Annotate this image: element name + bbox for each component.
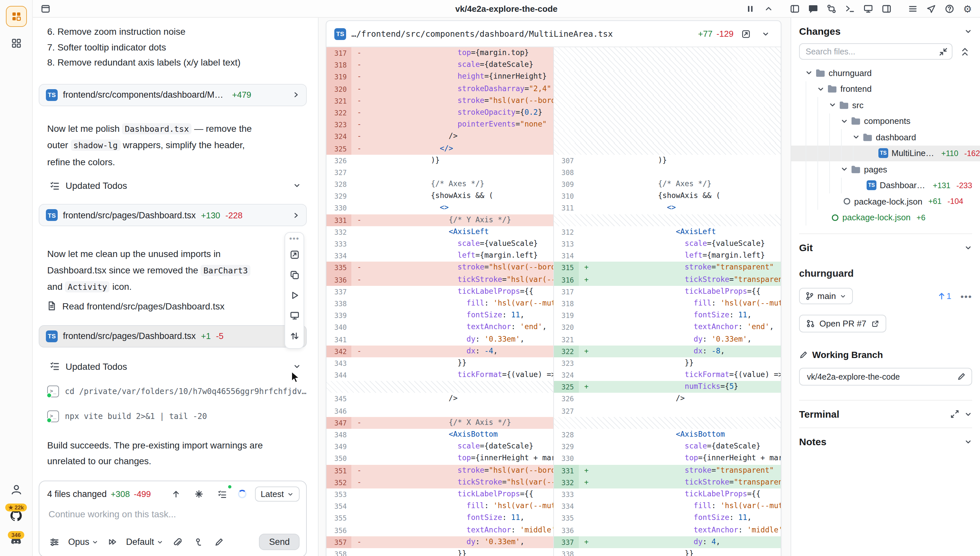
run-icon[interactable] <box>287 288 302 302</box>
github-link[interactable]: ★22k <box>5 504 27 525</box>
diff-line: 312 <AxisLeft <box>554 226 781 238</box>
copy-icon[interactable] <box>287 268 302 282</box>
hooks-icon[interactable] <box>191 535 205 549</box>
tree-row-package-lock-json[interactable]: package-lock.json+61-104 <box>799 194 972 210</box>
chevron-down-icon <box>964 27 972 35</box>
read-file-row[interactable]: Read frontend/src/pages/Dashboard.tsx <box>47 297 307 314</box>
account-icon[interactable] <box>9 483 23 497</box>
changes-section-header[interactable]: Changes <box>799 18 972 42</box>
diff-line: 354 fill: 'hsl(var(--muted-foreground))'… <box>326 500 554 512</box>
more-options-icon[interactable]: ••• <box>961 291 972 301</box>
more-options-icon[interactable]: ••• <box>289 236 299 241</box>
search-box[interactable] <box>799 43 953 60</box>
diff-line: 351- stroke="hsl(var(--border))" <box>326 464 554 476</box>
tree-row-dashboard-tsx[interactable]: TSDashboard.tsx+131-233 <box>799 177 972 194</box>
diff-line: 307 )} <box>554 154 781 166</box>
diff-line: 337+ dy: 4, <box>554 536 781 548</box>
tree-row-frontend[interactable]: frontend <box>799 81 972 97</box>
updated-todos-row[interactable]: Updated Todos <box>39 356 307 376</box>
chat-scroll[interactable]: 6. Remove zoom instruction noise 7. Soft… <box>33 18 318 556</box>
updated-todos-row[interactable]: Updated Todos <box>39 176 307 196</box>
indent-guide <box>829 177 838 194</box>
tune-icon[interactable] <box>47 535 61 549</box>
diff-line <box>326 381 554 393</box>
tree-row-multilinearea-tsx[interactable]: TSMultiLineArea.tsx+110-162 <box>791 145 980 161</box>
diff-line: 320 textAnchor: 'end', <box>554 322 781 333</box>
pause-icon[interactable] <box>743 1 757 16</box>
tree-row-dashboard[interactable]: dashboard <box>799 129 972 145</box>
chevron-down-icon <box>806 70 812 76</box>
swap-compare-icon[interactable] <box>287 328 302 343</box>
model-dropdown[interactable]: Opus <box>68 537 98 547</box>
send-button[interactable]: Send <box>259 534 300 550</box>
tree-row-churnguard[interactable]: churnguard <box>799 65 972 81</box>
git-compare-icon[interactable] <box>824 1 838 16</box>
share-icon[interactable] <box>923 1 938 16</box>
git-branch-icon <box>806 292 814 300</box>
panel-left-icon[interactable] <box>787 1 802 16</box>
display-icon[interactable] <box>287 308 302 323</box>
notes-section-header[interactable]: Notes <box>799 427 972 453</box>
chevron-down-icon[interactable] <box>759 27 773 41</box>
todo-item: 6. Remove zoom instruction noise <box>47 24 307 40</box>
edit-pencil-icon[interactable] <box>957 372 965 381</box>
git-section-header[interactable]: Git <box>799 233 972 258</box>
scroll-up-icon[interactable] <box>169 487 183 501</box>
working-branch-input[interactable] <box>806 372 953 382</box>
indent-guide <box>817 113 826 129</box>
file-change-chip[interactable]: TS frontend/src/pages/Dashboard.tsx +130… <box>39 204 307 226</box>
working-branch-field[interactable] <box>799 368 972 386</box>
window-icon[interactable] <box>38 1 52 16</box>
chevron-down-icon[interactable] <box>964 410 972 418</box>
fast-forward-icon[interactable] <box>105 535 119 549</box>
new-task-icon[interactable] <box>192 487 206 501</box>
tree-row-package-lock-json[interactable]: package-lock.json+6 <box>799 210 972 226</box>
diff-line: 339 fontSize: 11, <box>326 309 554 321</box>
settings-gear-icon[interactable]: ⚙ <box>960 1 975 16</box>
tree-row-components[interactable]: components <box>799 113 972 129</box>
diff-line: 346 <box>326 405 554 417</box>
terminal-command-row[interactable]: >_ cd /private/var/folders/10/h7w0q46556… <box>47 381 307 401</box>
workspaces-grid-icon[interactable] <box>9 36 23 50</box>
pen-icon[interactable] <box>212 535 226 549</box>
file-change-chip[interactable]: TS frontend/src/pages/Dashboard.tsx +1 -… <box>39 325 307 347</box>
diff-line: 317- top={margin.top} <box>326 47 554 59</box>
assistant-message: Now let me polish Dashboard.tsx — remove… <box>47 120 307 170</box>
todos-updated-icon[interactable] <box>215 487 229 501</box>
branch-selector[interactable]: main <box>799 288 853 304</box>
attach-icon[interactable] <box>170 535 184 549</box>
collapse-all-icon[interactable] <box>958 44 972 59</box>
composer-controls: Opus Default Send <box>39 531 306 556</box>
display-icon[interactable] <box>861 1 875 16</box>
terminal-command-row[interactable]: >_ npx vite build 2>&1 | tail -20 <box>47 406 307 426</box>
files-changed-label[interactable]: 4 files changed <box>47 489 107 499</box>
commits-ahead[interactable]: 1 <box>938 291 951 301</box>
terminal-section-header[interactable]: Terminal <box>799 400 972 425</box>
chat-icon[interactable] <box>806 1 820 16</box>
diff-row: 354 fill: 'hsl(var(--muted-foreground))'… <box>326 500 781 512</box>
collapse-up-icon[interactable] <box>761 1 775 16</box>
latest-dropdown[interactable]: Latest <box>255 486 300 501</box>
discord-link[interactable]: 346 <box>8 531 24 550</box>
open-pr-button[interactable]: Open PR #7 <box>799 315 886 333</box>
tree-row-pages[interactable]: pages <box>799 161 972 177</box>
search-input[interactable] <box>804 46 935 57</box>
menu-icon[interactable] <box>905 1 920 16</box>
diff-view-icon[interactable] <box>287 247 302 262</box>
message-input[interactable] <box>47 508 298 520</box>
panel-right-icon[interactable] <box>879 1 893 16</box>
tree-row-src[interactable]: src <box>799 97 972 113</box>
expand-icon[interactable] <box>951 410 959 418</box>
topbar: vk/4e2a-explore-the-code <box>33 0 980 18</box>
diff-row: 344 tickFormat={(value) =>324 tickFormat… <box>326 369 781 381</box>
diff-line: 348 <AxisBottom <box>326 429 554 441</box>
terminal-icon[interactable] <box>842 1 857 16</box>
shrink-icon[interactable] <box>940 47 947 55</box>
help-icon[interactable] <box>942 1 956 16</box>
diff-line: 315+ stroke="transparent" <box>554 262 781 274</box>
file-change-chip[interactable]: TS frontend/src/components/dashboard/Mul… <box>39 84 307 106</box>
diff-line: 337 tickLabelProps={{ <box>326 286 554 298</box>
app-logo-icon[interactable] <box>6 6 27 27</box>
diff-view-toggle-icon[interactable] <box>739 27 753 41</box>
mode-dropdown[interactable]: Default <box>126 537 163 547</box>
